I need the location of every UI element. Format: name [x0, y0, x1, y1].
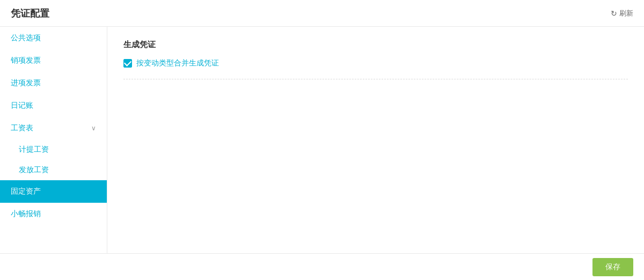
refresh-icon: ↻	[611, 9, 617, 18]
sidebar-item-payroll[interactable]: 工资表 ∨	[0, 117, 107, 139]
sidebar-item-purchase-invoice[interactable]: 进项发票	[0, 72, 107, 94]
section-divider	[123, 79, 628, 79]
sidebar-item-journal[interactable]: 日记账	[0, 94, 107, 117]
sidebar-item-payroll-pay[interactable]: 发放工资	[0, 160, 107, 180]
sidebar-item-label: 固定资产	[11, 187, 41, 196]
sidebar-item-label: 日记账	[11, 101, 33, 110]
checkbox-row: 按变动类型合并生成凭证	[123, 58, 628, 68]
sidebar-item-label: 销项发票	[11, 56, 41, 65]
chevron-down-icon: ∨	[91, 124, 96, 132]
sidebar-item-label: 发放工资	[19, 165, 49, 174]
refresh-button[interactable]: ↻ 刷新	[611, 9, 633, 18]
sidebar-item-fixed-assets[interactable]: 固定资产	[0, 180, 107, 203]
merge-by-type-checkbox[interactable]	[123, 59, 132, 68]
main-container: 公共选项 销项发票 进项发票 日记账 工资表 ∨ 计提工资 发放工资 固定资产 …	[0, 27, 644, 253]
checkbox-label: 按变动类型合并生成凭证	[136, 58, 219, 68]
sidebar: 公共选项 销项发票 进项发票 日记账 工资表 ∨ 计提工资 发放工资 固定资产 …	[0, 27, 107, 253]
sidebar-item-label: 公共选项	[11, 33, 41, 43]
page-footer: 保存	[0, 253, 644, 280]
page-title: 凭证配置	[11, 7, 49, 20]
sidebar-item-public-options[interactable]: 公共选项	[0, 27, 107, 49]
save-button[interactable]: 保存	[592, 258, 633, 276]
sidebar-item-label: 进项发票	[11, 78, 41, 88]
section-title: 生成凭证	[123, 40, 628, 50]
sidebar-item-label: 工资表	[11, 123, 33, 133]
refresh-label: 刷新	[619, 9, 633, 18]
sidebar-item-label: 小畅报销	[11, 209, 41, 219]
sidebar-item-sales-invoice[interactable]: 销项发票	[0, 49, 107, 72]
sidebar-item-payroll-calc[interactable]: 计提工资	[0, 139, 107, 160]
page-header: 凭证配置 ↻ 刷新	[0, 0, 644, 27]
sidebar-item-expense[interactable]: 小畅报销	[0, 203, 107, 225]
sidebar-item-label: 计提工资	[19, 145, 49, 153]
content-area: 生成凭证 按变动类型合并生成凭证	[107, 27, 644, 253]
